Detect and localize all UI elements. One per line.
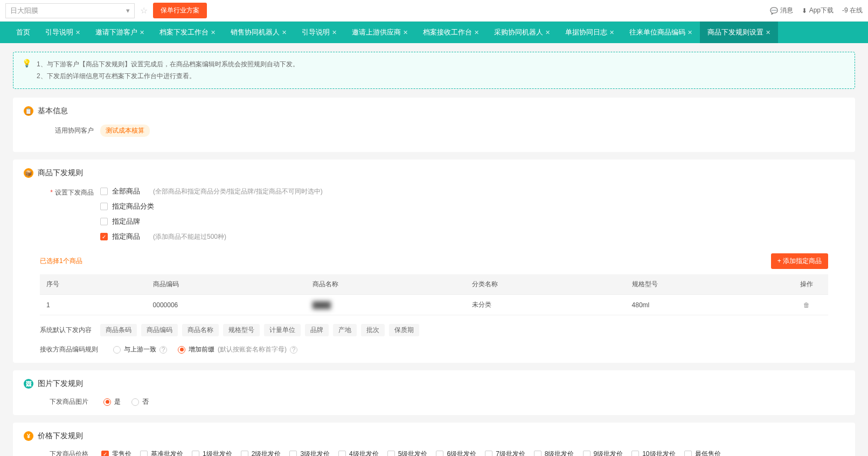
close-icon[interactable]: ✕: [609, 29, 614, 36]
nav-tab[interactable]: 采购协同机器人✕: [487, 22, 558, 43]
help-icon[interactable]: ?: [159, 346, 167, 354]
nav-tab[interactable]: 销售协同机器人✕: [223, 22, 294, 43]
close-icon[interactable]: ✕: [766, 29, 770, 36]
checkbox-price[interactable]: [485, 451, 492, 456]
price-options-row: 下发商品价格 ✓零售价基准批发价1级批发价2级批发价3级批发价4级批发价5级批发…: [24, 450, 844, 456]
price-option: 1级批发价: [192, 450, 232, 456]
delete-icon[interactable]: 🗑: [803, 301, 810, 309]
close-icon[interactable]: ✕: [403, 29, 408, 36]
content-tag: 保质期: [389, 324, 419, 336]
content-tag: 品牌: [305, 324, 329, 336]
nav-tab[interactable]: 往来单位商品编码✕: [622, 22, 700, 43]
app-download-link[interactable]: ⬇ App下载: [802, 6, 834, 15]
price-option: 9级批发价: [583, 450, 623, 456]
help-icon[interactable]: ?: [290, 346, 297, 354]
close-icon[interactable]: ✕: [688, 29, 692, 36]
info-banner: 💡 1、与下游客户【商品下发规则】设置完成后，在商品档案编辑时系统会按照规则自动…: [13, 52, 855, 89]
price-option: 8级批发价: [534, 450, 574, 456]
close-icon[interactable]: ✕: [282, 29, 287, 36]
checkbox-price[interactable]: [338, 451, 346, 456]
radio-same-as-upstream[interactable]: [113, 346, 121, 354]
top-right-area: 💬 消息 ⬇ App下载 -9 在线: [770, 6, 863, 15]
price-option: 5级批发价: [387, 450, 428, 456]
section-title: 价格下发规则: [38, 431, 83, 441]
price-rule-card: ¥ 价格下发规则 下发商品价格 ✓零售价基准批发价1级批发价2级批发价3级批发价…: [13, 423, 855, 456]
message-icon: 💬: [770, 7, 778, 15]
radio-add-prefix[interactable]: [178, 346, 185, 354]
checkbox-price[interactable]: [534, 451, 541, 456]
content-tag: 商品名称: [182, 324, 219, 336]
price-option: 6级批发价: [436, 450, 476, 456]
close-icon[interactable]: ✕: [211, 29, 216, 36]
download-icon: ⬇: [802, 7, 807, 15]
price-option: 10级批发价: [631, 450, 675, 456]
content-tag: 商品条码: [100, 324, 137, 336]
selected-count: 已选择1个商品: [40, 257, 82, 266]
content-tag: 批次: [361, 324, 385, 336]
content-tag: 规格型号: [223, 324, 260, 336]
checkbox-price[interactable]: [289, 451, 297, 456]
basic-info-card: 📋 基本信息 适用协同客户 测试成本核算: [13, 98, 855, 152]
online-status: -9 在线: [842, 6, 863, 15]
chevron-down-icon: ▾: [126, 6, 130, 15]
recv-code-rule-row: 接收方商品编码规则 与上游一致 ? 增加前缀 (默认按账套名称首字母) ?: [24, 345, 844, 354]
checkbox-category[interactable]: [100, 203, 108, 210]
nav-tab[interactable]: 档案下发工作台✕: [152, 22, 223, 43]
table-row: 1 0000006 ████ 未分类 480ml 🗑: [40, 295, 828, 315]
nav-tab[interactable]: 引导说明✕: [294, 22, 344, 43]
close-icon[interactable]: ✕: [332, 29, 337, 36]
content-tag: 计量单位: [264, 324, 301, 336]
content-tag: 商品编码: [141, 324, 178, 336]
section-icon: 📦: [24, 168, 33, 178]
nav-tab[interactable]: 邀请上游供应商✕: [344, 22, 415, 43]
checkbox-price[interactable]: [387, 451, 395, 456]
picture-rule-card: 🖼 图片下发规则 下发商品图片 是 否: [13, 370, 855, 415]
section-icon: 📋: [24, 106, 33, 116]
close-icon[interactable]: ✕: [474, 29, 479, 36]
top-bar: 日大阳膜 ▾ ☆ 保单行业方案 💬 消息 ⬇ App下载 -9 在线: [0, 0, 868, 22]
radio-pic-yes[interactable]: [103, 398, 111, 406]
close-icon[interactable]: ✕: [545, 29, 550, 36]
checkbox-specific-product[interactable]: ✓: [100, 233, 108, 240]
radio-pic-no[interactable]: [131, 398, 139, 406]
checkbox-price[interactable]: [140, 451, 148, 456]
checkbox-price[interactable]: [192, 451, 199, 456]
add-product-button[interactable]: + 添加指定商品: [771, 253, 828, 269]
nav-tab[interactable]: 单据协同日志✕: [558, 22, 622, 43]
price-option: 2级批发价: [241, 450, 281, 456]
content-tag: 产地: [333, 324, 357, 336]
close-icon[interactable]: ✕: [75, 29, 80, 36]
section-title: 图片下发规则: [38, 379, 83, 389]
checkbox-price[interactable]: [241, 451, 248, 456]
customer-label: 适用协同客户: [40, 125, 94, 135]
checkbox-price[interactable]: [583, 451, 591, 456]
close-icon[interactable]: ✕: [140, 29, 144, 36]
set-product-label: *设置下发商品: [40, 186, 94, 197]
price-option: 最低售价: [684, 450, 721, 456]
nav-tab[interactable]: 引导说明✕: [38, 22, 88, 43]
checkbox-price[interactable]: [684, 451, 692, 456]
checkbox-price[interactable]: [436, 451, 443, 456]
star-icon[interactable]: ☆: [140, 5, 148, 16]
nav-tab[interactable]: 邀请下游客户✕: [88, 22, 152, 43]
message-link[interactable]: 💬 消息: [770, 6, 793, 15]
product-table: 序号 商品编码 商品名称 分类名称 规格型号 操作 1 0000006 ████…: [40, 274, 828, 315]
price-option: 基准批发价: [140, 450, 183, 456]
price-option: 3级批发价: [289, 450, 330, 456]
price-option: 4级批发价: [338, 450, 379, 456]
nav-tabs: 首页引导说明✕邀请下游客户✕档案下发工作台✕销售协同机器人✕引导说明✕邀请上游供…: [0, 22, 868, 43]
checkbox-brand[interactable]: [100, 218, 108, 225]
price-option: 7级批发价: [485, 450, 525, 456]
industry-plan-button[interactable]: 保单行业方案: [153, 3, 207, 18]
section-title: 基本信息: [38, 106, 68, 116]
nav-tab[interactable]: 商品下发规则设置✕: [700, 22, 778, 43]
nav-tab[interactable]: 首页: [9, 22, 38, 43]
nav-tab[interactable]: 档案接收工作台✕: [415, 22, 487, 43]
section-title: 商品下发规则: [38, 168, 83, 178]
org-select-value: 日大阳膜: [10, 6, 38, 16]
checkbox-price[interactable]: ✓: [101, 451, 109, 456]
org-select[interactable]: 日大阳膜 ▾: [5, 3, 135, 18]
info-text: 1、与下游客户【商品下发规则】设置完成后，在商品档案编辑时系统会按照规则自动下发…: [37, 59, 299, 82]
checkbox-price[interactable]: [631, 451, 639, 456]
checkbox-all-products[interactable]: [100, 188, 108, 195]
